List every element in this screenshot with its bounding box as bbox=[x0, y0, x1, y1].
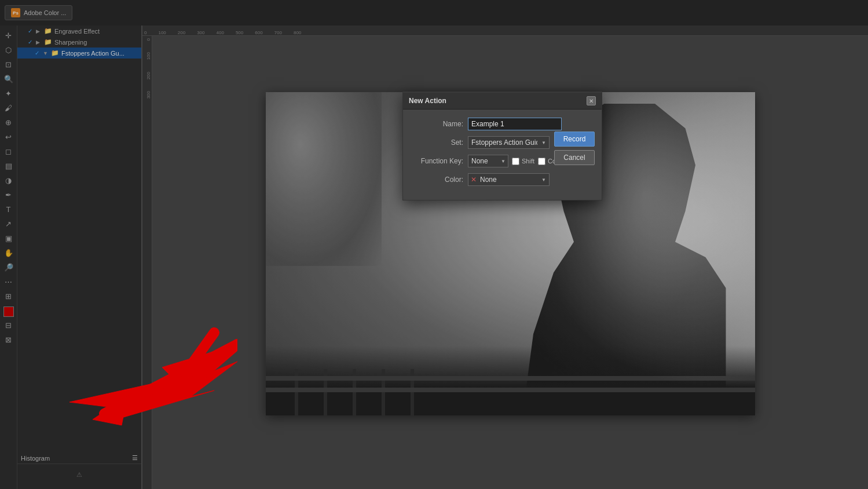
shift-checkbox-label[interactable]: Shift bbox=[512, 158, 534, 165]
action-label-engraved: Engraved Effect bbox=[54, 28, 100, 35]
tool-icon-bottom1[interactable]: ⊟ bbox=[2, 319, 15, 331]
dialog-body: Name: Set: Fstoppers Action Guide Defaul… bbox=[403, 110, 602, 200]
set-select-wrapper: Fstoppers Action Guide Default Actions bbox=[468, 136, 550, 149]
check-icon-fstoppers: ✓ bbox=[35, 50, 41, 56]
close-icon: ✕ bbox=[589, 98, 594, 104]
eraser-tool[interactable]: ◻ bbox=[2, 145, 15, 158]
folder-sharpening: 📁 bbox=[44, 38, 52, 46]
history-tool[interactable]: ↩ bbox=[2, 130, 15, 143]
actions-panel: ✓ ▶ 📁 Engraved Effect ✓ ▶ 📁 Sharpening ✓… bbox=[17, 25, 142, 454]
dialog-buttons: Record Cancel bbox=[554, 132, 595, 165]
pen-tool[interactable]: ✒ bbox=[2, 188, 15, 201]
action-label-sharpening: Sharpening bbox=[54, 39, 87, 46]
function-key-select[interactable]: None F1 F2 bbox=[468, 155, 508, 167]
dialog-titlebar[interactable]: New Action ✕ bbox=[403, 93, 602, 110]
ruler-left: 0 100 200 300 bbox=[142, 36, 152, 489]
action-item-fstoppers[interactable]: ✓ ▼ 📁 Fstoppers Action Gu... bbox=[17, 48, 141, 59]
record-button[interactable]: Record bbox=[554, 132, 595, 147]
dialog-title: New Action bbox=[409, 97, 446, 105]
function-key-controls: None F1 F2 Shift Control bbox=[468, 155, 568, 167]
adobe-color-tab[interactable]: Ps Adobe Color ... bbox=[5, 5, 72, 20]
top-bar: Ps Adobe Color ... bbox=[0, 0, 868, 25]
left-toolbar: ✛ ⬡ ⊡ 🔍 ✦ 🖌 ⊕ ↩ ◻ ▤ ◑ ✒ T ↗ ▣ ✋ 🔎 ⋯ ⊞ ⊟ … bbox=[0, 25, 17, 489]
arrow-sharpening: ▶ bbox=[36, 39, 42, 45]
eyedropper-tool[interactable]: 🔍 bbox=[2, 72, 15, 85]
new-action-dialog: New Action ✕ Name: Set: Fstoppers Action… bbox=[402, 92, 602, 200]
foreground-color[interactable] bbox=[3, 306, 14, 317]
set-label: Set: bbox=[410, 138, 468, 147]
control-checkbox[interactable] bbox=[538, 158, 545, 165]
clone-tool[interactable]: ⊕ bbox=[2, 116, 15, 129]
extra-tool-2[interactable]: ⊞ bbox=[2, 290, 15, 302]
shape-tool[interactable]: ▣ bbox=[2, 232, 15, 244]
histogram-warning: ⚠ bbox=[17, 464, 141, 485]
photoshop-icon: Ps bbox=[11, 8, 20, 17]
color-row: Color: None Red Orange ✕ bbox=[410, 173, 550, 186]
histogram-label: Histogram bbox=[21, 455, 50, 462]
action-item-engraved[interactable]: ✓ ▶ 📁 Engraved Effect bbox=[17, 25, 141, 37]
photo-foliage bbox=[266, 92, 382, 266]
ruler-top: 0 100 200 300 400 500 600 700 800 bbox=[142, 25, 868, 36]
panel-separator bbox=[142, 25, 142, 489]
move-tool[interactable]: ✛ bbox=[2, 29, 15, 42]
cancel-button[interactable]: Cancel bbox=[554, 150, 595, 165]
crop-tool[interactable]: ⊡ bbox=[2, 58, 15, 71]
action-label-fstoppers: Fstoppers Action Gu... bbox=[61, 50, 124, 57]
name-label: Name: bbox=[410, 120, 468, 128]
name-row: Name: bbox=[410, 118, 550, 130]
dodge-tool[interactable]: ◑ bbox=[2, 174, 15, 187]
warning-icon: ⚠ bbox=[76, 471, 82, 479]
color-select[interactable]: None Red Orange bbox=[468, 173, 550, 186]
histogram-menu-icon[interactable]: ☰ bbox=[132, 454, 138, 462]
folder-engraved: 📁 bbox=[44, 27, 52, 35]
healing-tool[interactable]: ✦ bbox=[2, 87, 15, 100]
function-key-row: Function Key: None F1 F2 Shift Control bbox=[410, 155, 550, 167]
arrow-fstoppers: ▼ bbox=[43, 50, 49, 56]
extra-tool-1[interactable]: ⋯ bbox=[2, 275, 15, 288]
folder-fstoppers: 📁 bbox=[51, 49, 59, 57]
path-tool[interactable]: ↗ bbox=[2, 217, 15, 230]
fkey-select-wrapper: None F1 F2 bbox=[468, 155, 508, 167]
color-select-wrapper: None Red Orange ✕ bbox=[468, 173, 550, 186]
arrow-engraved: ▶ bbox=[36, 28, 42, 34]
name-input[interactable] bbox=[468, 118, 562, 130]
check-icon-engraved: ✓ bbox=[28, 28, 34, 34]
color-label: Color: bbox=[410, 176, 468, 184]
set-row: Set: Fstoppers Action Guide Default Acti… bbox=[410, 136, 550, 149]
function-key-label: Function Key: bbox=[410, 157, 468, 165]
action-item-sharpening[interactable]: ✓ ▶ 📁 Sharpening bbox=[17, 37, 141, 48]
hand-tool[interactable]: ✋ bbox=[2, 246, 15, 259]
shift-label: Shift bbox=[522, 158, 534, 165]
tab-label: Adobe Color ... bbox=[24, 9, 66, 16]
histogram-panel: Histogram ☰ ⚠ bbox=[17, 452, 142, 489]
shift-checkbox[interactable] bbox=[512, 158, 519, 165]
set-select[interactable]: Fstoppers Action Guide Default Actions bbox=[468, 136, 550, 149]
histogram-title: Histogram ☰ bbox=[17, 452, 141, 464]
tool-icon-bottom2[interactable]: ⊠ bbox=[2, 333, 15, 346]
brush-tool[interactable]: 🖌 bbox=[2, 101, 15, 114]
check-icon-sharpening: ✓ bbox=[28, 39, 34, 45]
gradient-tool[interactable]: ▤ bbox=[2, 159, 15, 172]
text-tool[interactable]: T bbox=[2, 203, 15, 216]
zoom-tool[interactable]: 🔎 bbox=[2, 261, 15, 273]
lasso-tool[interactable]: ⬡ bbox=[2, 43, 15, 56]
dialog-close-button[interactable]: ✕ bbox=[587, 96, 596, 105]
